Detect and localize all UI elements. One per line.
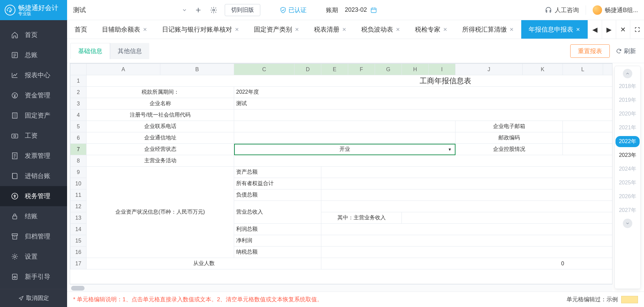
year-option[interactable]: 2019年 xyxy=(615,95,640,106)
row-header[interactable]: 11 xyxy=(70,189,87,201)
row-header[interactable]: 8 xyxy=(70,155,87,167)
col-header[interactable]: D xyxy=(294,64,321,75)
cell[interactable]: 测试 xyxy=(234,98,613,109)
nav-item-ledger[interactable]: 总账 xyxy=(0,45,67,65)
row-header[interactable]: 1 xyxy=(70,75,87,87)
cell[interactable] xyxy=(321,167,613,178)
nav-item-money[interactable]: 资金管理 xyxy=(0,85,67,105)
fullscreen-button[interactable] xyxy=(630,20,644,39)
company-selector[interactable]: 测试 xyxy=(73,3,187,17)
tab-close-icon[interactable]: ✕ xyxy=(396,27,400,33)
nav-item-chart[interactable]: 报表中心 xyxy=(0,65,67,85)
tab-close-button[interactable]: ✕ xyxy=(616,20,630,39)
nav-item-guide[interactable]: 新手引导 xyxy=(0,267,67,287)
cell[interactable] xyxy=(321,189,613,201)
cell[interactable] xyxy=(234,109,613,121)
tab[interactable]: 所得税汇算清缴✕ xyxy=(455,20,521,39)
tab[interactable]: 税检专家✕ xyxy=(408,20,455,39)
period-picker[interactable]: 2023-02 xyxy=(345,6,377,13)
row-header[interactable]: 15 xyxy=(70,235,87,247)
switch-old-version-button[interactable]: 切到旧版 xyxy=(225,4,260,16)
row-header[interactable]: 13 xyxy=(70,212,87,224)
col-header[interactable]: E xyxy=(321,64,348,75)
cell[interactable] xyxy=(234,155,613,167)
nav-item-invoice[interactable]: 发票管理 xyxy=(0,146,67,166)
tab-scroll-right[interactable]: ▶ xyxy=(602,20,616,39)
col-header[interactable]: I xyxy=(429,64,455,75)
col-header[interactable]: G xyxy=(375,64,402,75)
refresh-button[interactable]: 刷新 xyxy=(616,47,636,55)
add-button[interactable] xyxy=(194,6,203,14)
year-down-button[interactable] xyxy=(623,219,632,228)
cell[interactable] xyxy=(321,224,613,235)
tab[interactable]: 首页 xyxy=(67,20,95,39)
horizontal-scrollbar[interactable] xyxy=(70,284,612,292)
tab-close-icon[interactable]: ✕ xyxy=(509,27,514,33)
col-header[interactable]: K xyxy=(523,64,563,75)
spreadsheet-grid[interactable]: ABCDEFGHIJKLMNOPQ 1工商年报信息表2税款所属期间：2022年度… xyxy=(70,63,612,284)
row-header[interactable]: 12 xyxy=(70,201,87,212)
nav-item-salary[interactable]: 工资 xyxy=(0,126,67,146)
cell[interactable] xyxy=(321,201,613,212)
cell[interactable] xyxy=(321,247,613,258)
col-header[interactable]: M xyxy=(603,64,613,75)
cell[interactable] xyxy=(234,121,455,132)
tab-close-icon[interactable]: ✕ xyxy=(295,27,299,33)
row-header[interactable]: 9 xyxy=(70,167,87,178)
tab[interactable]: 税负波动表✕ xyxy=(354,20,408,39)
nav-item-tax[interactable]: 税务管理 xyxy=(0,186,67,206)
year-option[interactable]: 2026年 xyxy=(615,191,640,202)
cell[interactable] xyxy=(234,132,455,144)
reset-report-button[interactable]: 重置报表 xyxy=(570,44,610,58)
row-header[interactable]: 5 xyxy=(70,121,87,132)
nav-item-home[interactable]: 首页 xyxy=(0,25,67,45)
business-status-select[interactable]: 开业▼ xyxy=(234,144,455,155)
year-option[interactable]: 2021年 xyxy=(615,122,640,133)
cell[interactable] xyxy=(563,121,613,132)
tab-close-icon[interactable]: ✕ xyxy=(235,27,239,33)
tab-close-icon[interactable]: ✕ xyxy=(342,27,346,33)
nav-item-lock[interactable]: 结账 xyxy=(0,206,67,226)
subtab-basic-info[interactable]: 基础信息 xyxy=(70,43,110,59)
unpin-button[interactable]: 取消固定 xyxy=(0,289,67,307)
nav-item-gear[interactable]: 设置 xyxy=(0,247,67,267)
col-header[interactable]: L xyxy=(563,64,603,75)
year-option[interactable]: 2023年 xyxy=(615,150,640,161)
nav-item-book[interactable]: 进销台账 xyxy=(0,166,67,186)
tab[interactable]: 日记账与银行对账单核对✕ xyxy=(155,20,247,39)
cell[interactable] xyxy=(402,212,613,224)
row-header[interactable]: 7 xyxy=(70,144,87,155)
row-header[interactable]: 10 xyxy=(70,178,87,189)
tab-scroll-left[interactable]: ◀ xyxy=(588,20,602,39)
year-option[interactable]: 2020年 xyxy=(615,108,640,120)
col-header[interactable]: A xyxy=(87,64,160,75)
period-field-value[interactable]: 2022年度 xyxy=(234,87,613,98)
year-up-button[interactable] xyxy=(623,69,632,78)
tab[interactable]: 税表清册✕ xyxy=(307,20,354,39)
year-option[interactable]: 2018年 xyxy=(615,81,640,92)
tab-close-icon[interactable]: ✕ xyxy=(443,27,447,33)
row-header[interactable]: 16 xyxy=(70,247,87,258)
tab-close-icon[interactable]: ✕ xyxy=(143,27,147,33)
cell[interactable] xyxy=(563,132,613,144)
row-header[interactable]: 6 xyxy=(70,132,87,144)
year-option[interactable]: 2027年 xyxy=(615,205,640,216)
col-header[interactable]: H xyxy=(402,64,429,75)
select-all-cell[interactable] xyxy=(70,64,87,75)
row-header[interactable]: 3 xyxy=(70,98,87,109)
year-option[interactable]: 2024年 xyxy=(615,164,640,175)
tab-close-icon[interactable]: ✕ xyxy=(576,27,580,33)
year-option[interactable]: 2025年 xyxy=(615,177,640,188)
user-menu[interactable]: 畅捷通B组... xyxy=(593,5,638,15)
settings-button[interactable] xyxy=(209,6,218,14)
col-header[interactable]: C xyxy=(234,64,294,75)
tab[interactable]: 目辅助余额表✕ xyxy=(95,20,155,39)
col-header[interactable]: J xyxy=(455,64,523,75)
row-header[interactable]: 17 xyxy=(70,258,87,269)
row-header[interactable]: 4 xyxy=(70,109,87,121)
tab[interactable]: 固定资产类别✕ xyxy=(247,20,307,39)
row-header[interactable]: 2 xyxy=(70,87,87,98)
nav-item-archive[interactable]: 归档管理 xyxy=(0,226,67,247)
cell[interactable]: 0 xyxy=(321,258,613,269)
support-button[interactable]: 人工咨询 xyxy=(545,6,579,14)
